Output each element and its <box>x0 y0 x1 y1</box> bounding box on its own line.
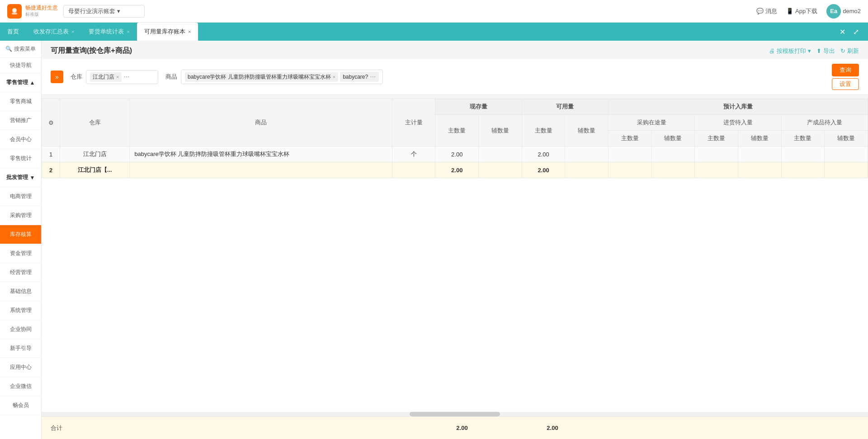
industry-selector[interactable]: 母婴行业演示账套 ▾ <box>63 5 145 18</box>
sidebar-item-retail-mall[interactable]: 零售商城 <box>0 92 41 111</box>
print-button[interactable]: 🖨 按模板打印 ▾ <box>769 47 811 55</box>
sidebar-item-finance-mgmt[interactable]: 资金管理 <box>0 244 41 263</box>
app-icon: 📱 <box>786 8 793 14</box>
avatar: Ea <box>826 4 841 19</box>
user-profile[interactable]: Ea demo2 <box>826 4 861 19</box>
product-tag-1-close[interactable]: × <box>333 74 335 80</box>
row2-stock-main: 2.00 <box>435 162 479 178</box>
col-unit: 主计量 <box>392 99 435 146</box>
tab-home[interactable]: 首页 <box>0 23 26 41</box>
sidebar-purchase-label: 采购管理 <box>10 212 32 219</box>
sidebar-item-member-center[interactable]: 会员中心 <box>0 130 41 149</box>
svg-rect-1 <box>12 13 17 14</box>
logo-icon <box>7 4 22 19</box>
sidebar-member-center-label: 会员中心 <box>10 136 32 143</box>
app-download-action[interactable]: 📱 App下载 <box>786 7 817 15</box>
export-button[interactable]: ⬆ 导出 <box>816 47 835 55</box>
refresh-label: 刷新 <box>847 47 859 55</box>
tab-order-stats-label: 要货单统计表 <box>89 28 124 36</box>
sidebar-item-inventory-check[interactable]: 库存核算 <box>0 225 41 244</box>
row2-incoming-main <box>695 162 738 178</box>
sidebar-item-enterprise-wechat[interactable]: 企业微信 <box>0 377 41 396</box>
sidebar-item-retail-mgmt[interactable]: 零售管理 ▲ <box>0 73 41 92</box>
sidebar-item-business-mgmt[interactable]: 经营管理 <box>0 263 41 282</box>
row1-stock-aux <box>479 146 522 162</box>
app-download-label: App下载 <box>795 7 817 15</box>
main-layout: 🔍 搜索菜单 快捷导航 零售管理 ▲ 零售商城 营销推广 会员中心 零售统计 批… <box>0 41 868 439</box>
filter-toggle-button[interactable]: » <box>51 71 63 83</box>
query-button[interactable]: 查询 <box>832 64 859 76</box>
table-container[interactable]: ⚙ 仓库 商品 主计量 现存量 可用量 预计入库量 主数量 辅数量 主数量 辅数… <box>42 99 868 439</box>
filter-more-icon[interactable]: ··· <box>123 73 129 81</box>
product-tag-input[interactable]: babycare学饮杯 儿童防摔防撞吸管杯重力球吸嘴杯宝宝水杯 × babyca… <box>181 70 383 84</box>
tab-available-stock[interactable]: 可用量库存账本 × <box>137 23 198 41</box>
sidebar-item-enterprise-collab[interactable]: 企业协同 <box>0 320 41 339</box>
tab-order-stats[interactable]: 要货单统计表 × <box>81 23 137 41</box>
sidebar-system-label: 系统管理 <box>10 307 32 314</box>
sidebar-item-ecommerce[interactable]: 电商管理 <box>0 187 41 206</box>
refresh-button[interactable]: ↻ 刷新 <box>840 47 859 55</box>
sidebar: 🔍 搜索菜单 快捷导航 零售管理 ▲ 零售商城 营销推广 会员中心 零售统计 批… <box>0 41 42 439</box>
sidebar-search[interactable]: 🔍 搜索菜单 <box>0 41 41 58</box>
col-produced-aux: 辅数量 <box>825 131 868 146</box>
sidebar-item-wholesale-mgmt[interactable]: 批发管理 ▼ <box>0 168 41 187</box>
tab-order-stats-close[interactable]: × <box>127 29 129 34</box>
print-label: 按模板打印 <box>777 47 806 55</box>
sidebar-quick-nav[interactable]: 快捷导航 <box>0 58 41 73</box>
warehouse-tag-close[interactable]: × <box>116 74 119 80</box>
page-title: 可用量查询(按仓库+商品) <box>51 46 132 56</box>
col-incoming-aux: 辅数量 <box>738 131 781 146</box>
footer-avail-main: 2.00 <box>530 425 575 431</box>
col-incoming-header: 进货待入量 <box>695 115 781 131</box>
tab-bar-expand-btn[interactable]: ⤢ <box>853 28 859 36</box>
col-avail-main: 主数量 <box>522 115 565 146</box>
col-warehouse: 仓库 <box>60 99 130 146</box>
sidebar-item-new-guide[interactable]: 新手引导 <box>0 339 41 358</box>
tab-bar-close-btn[interactable]: ✕ <box>840 28 845 36</box>
sidebar-vip-member-label: 畅会员 <box>13 401 29 409</box>
sidebar-item-app-center[interactable]: 应用中心 <box>0 358 41 377</box>
row2-produced-aux <box>825 162 868 178</box>
row1-product: babycare学饮杯 儿童防摔防撞吸管杯重力球吸嘴杯宝宝水杯 <box>130 146 392 162</box>
warehouse-tag-text: 江北门店 <box>93 73 114 81</box>
message-action[interactable]: 💬 消息 <box>756 7 777 15</box>
sidebar-quick-nav-label: 快捷导航 <box>10 62 32 68</box>
sidebar-item-system-mgmt[interactable]: 系统管理 <box>0 301 41 320</box>
sidebar-retail-mall-label: 零售商城 <box>10 98 32 105</box>
scrollbar-thumb[interactable] <box>410 412 500 416</box>
header-left: 畅捷通好生意 标准版 母婴行业演示账套 ▾ <box>7 4 145 19</box>
header-right: 💬 消息 📱 App下载 Ea demo2 <box>756 4 861 19</box>
warehouse-filter-label: 仓库 <box>71 73 82 81</box>
footer-stock-main: 2.00 <box>439 425 485 431</box>
footer-total-bar: 合计 2.00 2.00 <box>42 416 868 439</box>
sidebar-marketing-label: 营销推广 <box>10 117 32 124</box>
sidebar-item-marketing[interactable]: 营销推广 <box>0 111 41 130</box>
col-settings[interactable]: ⚙ <box>42 99 60 146</box>
row1-stock-main: 2.00 <box>435 146 479 162</box>
message-icon: 💬 <box>756 8 764 14</box>
product-more-icon[interactable]: ··· <box>370 73 376 81</box>
col-incoming-main: 主数量 <box>695 131 738 146</box>
sidebar-wholesale-label: 批发管理 <box>6 174 28 181</box>
col-produced-header: 产成品待入量 <box>781 115 868 131</box>
tab-available-stock-close[interactable]: × <box>188 29 191 34</box>
row1-produced-aux <box>825 146 868 162</box>
row2-purchase-aux <box>651 162 695 178</box>
footer-total-values: 2.00 2.00 <box>123 425 859 431</box>
col-avail-aux: 辅数量 <box>565 115 609 146</box>
product-tag-1: babycare学饮杯 儿童防摔防撞吸管杯重力球吸嘴杯宝宝水杯 × <box>185 72 338 82</box>
export-icon: ⬆ <box>816 47 821 54</box>
settings-button[interactable]: 设置 <box>832 78 859 90</box>
sidebar-item-basic-info[interactable]: 基础信息 <box>0 282 41 301</box>
product-tag-2: babycare? ··· <box>340 72 378 82</box>
sidebar-item-vip-member[interactable]: 畅会员 <box>0 396 41 415</box>
horizontal-scrollbar[interactable] <box>42 412 868 416</box>
filter-bar: » 仓库 江北门店 × ··· 商品 babycare学饮杯 儿童防摔防撞吸管杯… <box>42 59 868 95</box>
row1-avail-main: 2.00 <box>522 146 565 162</box>
tab-collection-close[interactable]: × <box>71 29 74 34</box>
sidebar-item-retail-stats[interactable]: 零售统计 <box>0 149 41 168</box>
page-header: 可用量查询(按仓库+商品) 🖨 按模板打印 ▾ ⬆ 导出 ↻ 刷新 <box>42 41 868 59</box>
warehouse-tag-input[interactable]: 江北门店 × ··· <box>86 70 158 84</box>
tab-collection[interactable]: 收发存汇总表 × <box>26 23 81 41</box>
sidebar-item-purchase-mgmt[interactable]: 采购管理 <box>0 206 41 225</box>
